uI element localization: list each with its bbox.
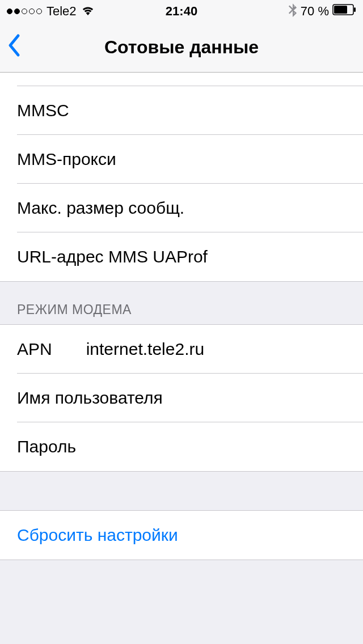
battery-icon <box>332 4 356 19</box>
battery-percentage: 70 % <box>301 4 329 19</box>
status-bar: Tele2 21:40 70 % <box>0 0 363 23</box>
group-mms: MMSC MMS-прокси Макс. размер сообщ. URL-… <box>0 73 363 282</box>
wifi-icon <box>81 4 95 19</box>
carrier-label: Tele2 <box>47 4 77 19</box>
bluetooth-icon <box>288 2 297 20</box>
cell-label: URL-адрес MMS UAProf <box>17 247 208 266</box>
cell-label: MMSC <box>17 101 69 120</box>
status-left: Tele2 <box>7 4 95 19</box>
svg-rect-1 <box>334 6 347 14</box>
group-header-modem: РЕЖИМ МОДЕМА <box>0 282 363 324</box>
cell-label: MMS-прокси <box>17 150 116 169</box>
reset-button[interactable]: Сбросить настройки <box>0 511 363 560</box>
group-modem: APN internet.tele2.ru Имя пользователя П… <box>0 324 363 472</box>
svg-rect-2 <box>354 7 356 12</box>
group-reset: Сбросить настройки <box>0 510 363 560</box>
content: MMSC MMS-прокси Макс. размер сообщ. URL-… <box>0 73 363 644</box>
cell-label: Имя пользователя <box>17 388 163 408</box>
cell-username[interactable]: Имя пользователя <box>0 374 363 422</box>
cell-mms-proxy[interactable]: MMS-прокси <box>0 135 363 184</box>
cell-password[interactable]: Пароль <box>0 422 363 471</box>
back-button[interactable] <box>7 33 20 62</box>
spacer <box>0 472 363 510</box>
cell-max-size[interactable]: Макс. размер сообщ. <box>0 184 363 232</box>
cell-value: internet.tele2.ru <box>86 340 204 359</box>
clock: 21:40 <box>166 4 197 19</box>
signal-strength-icon <box>7 9 42 14</box>
page-title: Сотовые данные <box>104 37 259 58</box>
reset-label: Сбросить настройки <box>17 526 178 545</box>
cell-apn[interactable]: APN internet.tele2.ru <box>0 325 363 374</box>
cell-mms-uaprof[interactable]: URL-адрес MMS UAProf <box>0 232 363 281</box>
cell-peek[interactable] <box>0 73 363 86</box>
nav-bar: Сотовые данные <box>0 23 363 73</box>
cell-label: APN <box>17 340 52 359</box>
status-right: 70 % <box>288 2 356 20</box>
cell-label: Макс. размер сообщ. <box>17 198 184 218</box>
cell-mmsc[interactable]: MMSC <box>0 86 363 135</box>
cell-label: Пароль <box>17 437 76 456</box>
